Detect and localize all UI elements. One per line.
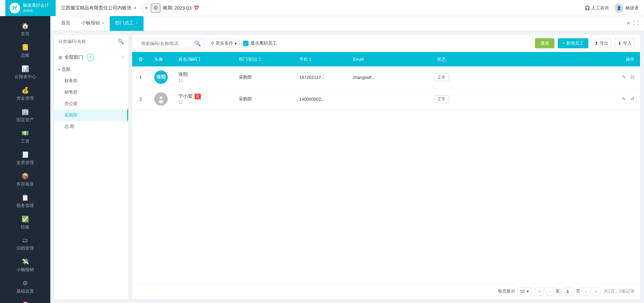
sidebar-item-guide[interactable]: 🎯 新手引导 xyxy=(0,298,50,303)
sidebar-label-home: 首页 xyxy=(21,31,30,37)
dept-collapse-icon[interactable]: 《 xyxy=(120,55,124,60)
support-button[interactable]: 🎧 人工咨询 xyxy=(585,5,609,11)
close-tab-button[interactable]: ✕ xyxy=(626,20,631,27)
tab-department-close[interactable]: × xyxy=(136,21,138,26)
page-nav: « ‹ 第 页 › » xyxy=(535,287,600,296)
sidebar-label-close: 结账 xyxy=(21,224,30,230)
dept-arrow-icon: ▾ xyxy=(58,67,60,72)
row1-more-icon[interactable]: ⊟ xyxy=(630,74,635,80)
employee-table: ⚙ 头像 姓名/编码 ▲▼ xyxy=(132,52,640,110)
dept-item-sales[interactable]: 销售部 xyxy=(54,87,128,98)
filter-arrow-icon: ▾ xyxy=(234,41,237,46)
dept-item-purchasing[interactable]: 采购部 xyxy=(54,109,128,121)
row1-index: 1 xyxy=(132,66,149,88)
dept-edit-icon[interactable]: ✎ xyxy=(87,54,94,61)
phone-sort[interactable]: 手机 ▲▼ xyxy=(299,56,342,62)
sidebar-item-salary[interactable]: 💵 工资 xyxy=(0,126,50,148)
user-name: 畅捷通 xyxy=(626,5,639,11)
page-last-button[interactable]: » xyxy=(592,287,600,296)
tab-home[interactable]: 首页 xyxy=(56,16,76,31)
sidebar-item-invoice[interactable]: 🧾 发票管理 xyxy=(0,148,50,169)
row1-name-code: 张熙 11 xyxy=(178,71,228,83)
header-settings-button[interactable]: ⚙ xyxy=(151,3,160,13)
tab-expense-close[interactable]: × xyxy=(102,21,104,26)
page-label: 第 xyxy=(555,288,560,294)
tab-department[interactable]: 部门员工 × xyxy=(110,16,144,31)
dept-item-finance[interactable]: 财务部 xyxy=(54,75,128,87)
sidebar-item-ledger[interactable]: 📒 总账 xyxy=(0,40,50,62)
toolbar-right: 邀请 + 新增员工 ⬆ 导出 ⬇ 导入 xyxy=(535,38,635,48)
sidebar-item-assets[interactable]: 🏢 固定资产 xyxy=(0,105,50,126)
row2-status-cell: 正常 xyxy=(415,88,468,110)
sidebar-item-archive[interactable]: 🗂 归档管理 xyxy=(0,234,50,255)
page-next-button[interactable]: › xyxy=(582,287,590,296)
sidebar-label-assets: 固定资产 xyxy=(16,117,34,123)
row2-dept: 采购部 xyxy=(233,88,294,110)
user-area[interactable]: 👤 畅捷通 xyxy=(614,3,639,13)
tab-expense[interactable]: 小畅报销 × xyxy=(76,16,110,31)
th-dept[interactable]: 部门/职位 ▲▼ xyxy=(233,52,294,66)
tabs-bar: 首页 小畅报销 × 部门员工 × ✕ ⛶ xyxy=(50,16,644,31)
add-employee-button[interactable]: + 新增员工 xyxy=(558,38,588,48)
dept-search-input[interactable] xyxy=(58,39,115,44)
row1-phone: 187202117... xyxy=(294,66,347,88)
main-layout: 🏠 首页 📒 总账 📊 云报表中心 💰 资金管理 🏢 固定资产 💵 工资 🧾 发… xyxy=(0,16,644,303)
th-email: Email xyxy=(347,52,415,66)
row2-edit-icon[interactable]: ✎ xyxy=(622,96,626,102)
dept-group-headquarters: ▾ 总部 财务部 销售部 办公室 采购部 xyxy=(54,64,128,132)
all-dept-row[interactable]: ⊞ 全部部门 ✎ 《 xyxy=(54,51,128,64)
svg-point-0 xyxy=(160,96,162,99)
header-add-button[interactable]: + xyxy=(142,3,151,13)
dept-sort[interactable]: 部门/职位 ▲▼ xyxy=(239,56,288,62)
page-size-arrow: ▾ xyxy=(527,289,529,294)
sidebar-item-inventory[interactable]: 📦 库存核算 xyxy=(0,169,50,191)
employee-search-input[interactable] xyxy=(141,41,192,46)
page-content: 🔍 ⊞ 全部部门 ✎ 《 ▾ 总部 财 xyxy=(50,31,644,303)
name-sort[interactable]: 姓名/编码 ▲▼ xyxy=(178,56,228,62)
sidebar-item-tax[interactable]: 📋 税务管理 xyxy=(0,191,50,212)
left-panel-search: 🔍 xyxy=(54,35,128,48)
row1-name-cell: 张熙 11 xyxy=(173,66,233,88)
dept-group-header-headquarters[interactable]: ▾ 总部 xyxy=(54,64,128,75)
funds-icon: 💰 xyxy=(21,87,29,94)
dept-item-office[interactable]: 办公室 xyxy=(54,98,128,109)
sidebar-item-settings[interactable]: ⚙ 基础设置 xyxy=(0,276,50,298)
dept-item-headquarters[interactable]: 总 部 xyxy=(54,121,128,132)
expand-tab-button[interactable]: ⛶ xyxy=(633,20,639,27)
show-resigned-toggle[interactable]: ✓ 显示离职员工 xyxy=(243,40,277,46)
export-button[interactable]: ⬆ 导出 xyxy=(592,39,611,48)
sidebar-item-close[interactable]: ✅ 结账 xyxy=(0,212,50,234)
settings-gear-icon[interactable]: ⚙ xyxy=(138,56,143,62)
sidebar-item-home[interactable]: 🏠 首页 xyxy=(0,19,50,40)
name-sort-arrows: ▲▼ xyxy=(198,57,201,62)
invite-button[interactable]: 邀请 xyxy=(535,38,554,48)
th-settings[interactable]: ⚙ xyxy=(132,52,149,66)
right-toolbar: 🔍 ⚲ 更多条件 ▾ ✓ 显示离职员工 邀请 + 新增员工 xyxy=(132,35,640,52)
page-input[interactable] xyxy=(561,288,575,295)
page-total: 共1页，2条记录 xyxy=(604,288,635,294)
salary-icon: 💵 xyxy=(21,130,29,137)
page-prev-button[interactable]: ‹ xyxy=(545,287,554,296)
sidebar-item-funds[interactable]: 💰 资金管理 xyxy=(0,83,50,105)
dept-search-icon[interactable]: 🔍 xyxy=(117,38,124,45)
dept-office-label: 办公室 xyxy=(64,101,77,106)
period-value: 2023-03 xyxy=(174,5,192,11)
sidebar-item-expense[interactable]: 💸 小畅报销 xyxy=(0,255,50,276)
page-size-box[interactable]: 50 ▾ xyxy=(517,288,532,295)
pagination-bar: 每页显示 50 ▾ « ‹ 第 页 › » xyxy=(132,283,640,299)
employee-search-icon[interactable]: 🔍 xyxy=(194,40,201,47)
sidebar-item-reports[interactable]: 📊 云报表中心 xyxy=(0,62,50,83)
th-name[interactable]: 姓名/编码 ▲▼ xyxy=(173,52,233,66)
resigned-checkbox[interactable]: ✓ xyxy=(243,41,249,46)
page-first-button[interactable]: « xyxy=(535,287,544,296)
more-filter-button[interactable]: ⚲ 更多条件 ▾ xyxy=(208,39,240,48)
tabs-actions: ✕ ⛶ xyxy=(626,20,639,27)
row1-edit-icon[interactable]: ✎ xyxy=(622,74,626,80)
calendar-icon[interactable]: 📅 xyxy=(194,5,199,11)
header-company[interactable]: 江西服宝精品有限责任公司内账张 ▾ xyxy=(56,5,142,11)
row2-delete-icon[interactable]: ↺ xyxy=(630,96,635,102)
dropdown-icon[interactable]: ▾ xyxy=(134,6,136,10)
row2-avatar-cell xyxy=(149,88,173,110)
import-button[interactable]: ⬇ 导入 xyxy=(615,39,635,48)
th-phone[interactable]: 手机 ▲▼ xyxy=(294,52,347,66)
